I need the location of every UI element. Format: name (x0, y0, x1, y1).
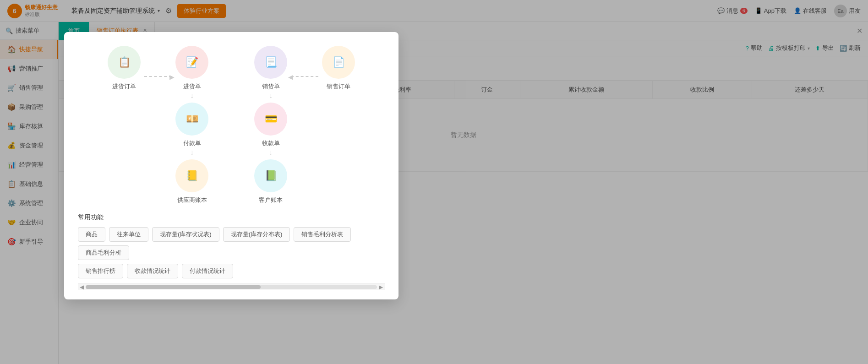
scroll-track[interactable] (86, 285, 377, 289)
sales-order-label: 销售订单 (327, 82, 350, 91)
arrow-order-to-sales: ◀ (287, 76, 322, 77)
arrow-purchase-to-bill: ▶ (141, 76, 175, 77)
flow-sales-order-col: 📄 销售订单 (322, 46, 355, 91)
receipt-label: 收款单 (262, 139, 280, 147)
flow-second-row: ↓ 💴 付款单 ↓ 📒 供应商账本 ↓ 💳 (78, 91, 385, 204)
purchase-order-circle[interactable]: 📋 (108, 46, 141, 79)
purchase-order-label: 进货订单 (112, 82, 136, 91)
common-btn-sales-rank[interactable]: 销售排行榜 (78, 264, 123, 278)
common-btn-supplier-customer[interactable]: 往来单位 (109, 227, 148, 242)
scroll-right-arrow[interactable]: ▶ (379, 284, 383, 290)
flow-top-row: 📋 进货订单 ▶ 📝 进货单 (78, 46, 385, 91)
modal-overlay[interactable]: 📋 进货订单 ▶ 📝 进货单 (0, 0, 868, 364)
common-functions-title: 常用功能 (78, 213, 385, 222)
scroll-left-arrow[interactable]: ◀ (80, 284, 84, 290)
supplier-circle[interactable]: 📒 (175, 159, 208, 192)
common-buttons-row1: 商品 往来单位 现存量(库存状况表) 现存量(库存分布表) 销售毛利分析表 商品… (78, 227, 385, 260)
arrow-down-customer: ↓ (269, 148, 273, 157)
common-functions-section: 常用功能 商品 往来单位 现存量(库存状况表) 现存量(库存分布表) 销售毛利分… (78, 213, 385, 283)
common-btn-stock-status[interactable]: 现存量(库存状况表) (152, 227, 219, 242)
arrow-down-supplier: ↓ (190, 148, 194, 157)
sales-order-circle[interactable]: 📄 (322, 46, 355, 79)
scroll-bar-area: ◀ ▶ (78, 283, 385, 290)
arrow-down-receipt: ↓ (269, 92, 273, 100)
purchase-bill-circle[interactable]: 📝 (175, 46, 208, 79)
supplier-label: 供应商账本 (177, 196, 207, 204)
payment-circle[interactable]: 💴 (175, 103, 208, 136)
flow-payment-col: ↓ 💴 付款单 ↓ 📒 供应商账本 (175, 91, 208, 204)
sales-bill-label: 销货单 (262, 82, 280, 91)
payment-label: 付款单 (183, 139, 201, 147)
customer-label: 客户账本 (259, 196, 283, 204)
flow-sales-bill-col: 📃 销货单 (254, 46, 287, 91)
flow-purchase-bill-col: 📝 进货单 (175, 46, 208, 91)
customer-circle[interactable]: 📗 (254, 159, 287, 192)
common-btn-payment-stats[interactable]: 付款情况统计 (182, 264, 233, 278)
common-btn-product-profit[interactable]: 商品毛利分析 (78, 245, 129, 260)
flow-receipt-col: ↓ 💳 收款单 ↓ 📗 客户账本 (254, 91, 287, 204)
quick-nav-modal: 📋 进货订单 ▶ 📝 进货单 (64, 32, 399, 299)
sales-bill-circle[interactable]: 📃 (254, 46, 287, 79)
flow-purchase-order-col: 📋 进货订单 (108, 46, 141, 91)
common-btn-sales-profit[interactable]: 销售毛利分析表 (294, 227, 351, 242)
common-buttons-row2: 销售排行榜 收款情况统计 付款情况统计 (78, 264, 385, 278)
arrow-down-payment: ↓ (190, 92, 194, 100)
common-btn-stock-dist[interactable]: 现存量(库存分布表) (223, 227, 290, 242)
flow-diagram: 📋 进货订单 ▶ 📝 进货单 (78, 46, 385, 204)
purchase-bill-label: 进货单 (183, 82, 201, 91)
receipt-circle[interactable]: 💳 (254, 103, 287, 136)
common-btn-receipt-stats[interactable]: 收款情况统计 (127, 264, 178, 278)
scroll-thumb[interactable] (86, 285, 261, 289)
common-btn-product[interactable]: 商品 (78, 227, 105, 242)
